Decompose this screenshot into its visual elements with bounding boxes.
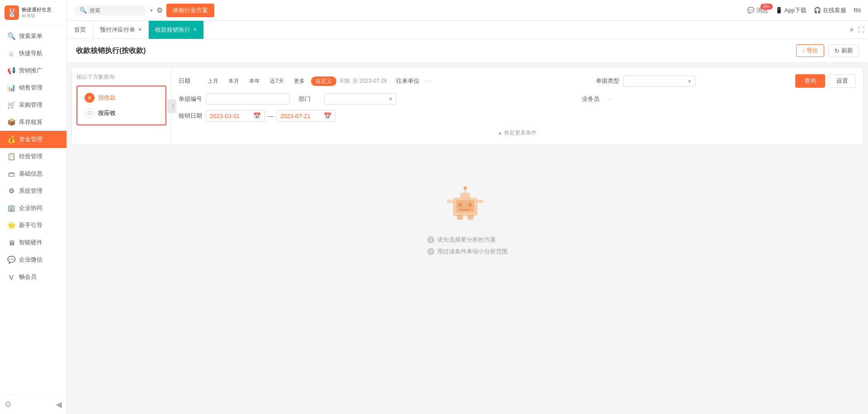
counterparty-select-dots[interactable]: ··· [423,77,432,85]
sidebar-item-guide[interactable]: 🌟 新手引导 [0,217,66,234]
query-option-by-receivable[interactable]: ⏱ 按应收 [81,105,162,121]
calendar-start-icon[interactable]: 📅 [253,112,261,119]
svg-point-2 [459,204,462,207]
topbar-message[interactable]: 💬 消息 99+ [747,6,768,14]
sidebar-item-hardware[interactable]: 🖥 智能硬件 [0,234,66,251]
filter-row-2: 单据编号 部门 ▾ 业务员 ··· [179,93,856,105]
sidebar: 🐰 畅捷通好生意 标准版 🔍 搜索菜单 ⌂ 快捷导航 📢 营销推广 📊 销售管理… [0,0,67,414]
tabbar-actions: ✕ ⛶ [849,26,868,33]
sidebar-item-finance[interactable]: 💰 资金管理 [0,131,66,148]
purchase-icon: 🛒 [7,101,15,109]
topbar-right: 💬 消息 99+ 📱 App下载 🎧 在线客服 Rit [747,6,861,14]
export-button[interactable]: ↑ 导出 [796,44,825,57]
sidebar-item-enterprise[interactable]: 🏢 企业协同 [0,200,66,217]
dept-chevron-icon: ▾ [389,95,392,102]
app-label: App下载 [784,6,807,14]
sidebar-item-search-menu[interactable]: 🔍 搜索菜单 [0,28,66,45]
search-menu-icon: 🔍 [7,32,15,40]
sidebar-item-marketing[interactable]: 📢 营销推广 [0,62,66,79]
enterprise-icon: 🏢 [7,204,15,212]
topbar-search[interactable]: 🔍 [74,5,146,15]
date-label: 日期 [179,77,200,85]
service-icon: 🎧 [814,7,821,14]
topbar-chevron-icon[interactable]: ▾ [150,7,153,14]
tab-close-all-icon[interactable]: ✕ [849,26,854,33]
collapse-more-label: 收起更多条件 [504,129,537,137]
sidebar-label-finance: 资金管理 [19,135,42,143]
collapse-sidebar-icon[interactable]: ◀ [56,400,62,409]
refresh-button[interactable]: ↻ 刷新 [829,44,859,57]
sidebar-label-enterprise: 企业协同 [19,204,42,212]
filter-panel: 日期 上月 本月 本年 近7天 更多 自定义 不限 至 2023-07-26 [171,68,863,145]
app-icon: 📱 [775,7,783,14]
staff-select-dots[interactable]: ··· [607,96,612,102]
filter-row-3: 核销日期 📅 — 📅 [179,110,856,122]
query-button[interactable]: 查询 [795,74,825,88]
sidebar-label-inventory: 库存核算 [19,118,42,126]
reconcile-end-field[interactable] [280,113,321,119]
topbar-app-download[interactable]: 📱 App下载 [775,6,807,14]
voucher-no-input-wrap[interactable] [206,93,290,105]
topbar-gear-icon[interactable]: ⚙ [156,6,163,14]
tab-prepay-reconcile[interactable]: 预付冲应付单 ✕ [94,21,149,39]
reconcile-date-end-input[interactable]: 📅 [276,110,335,122]
svg-rect-9 [477,200,483,203]
svg-rect-5 [460,193,470,199]
date-options-group: 上月 本月 本年 近7天 更多 自定义 不限 至 2023-07-26 [204,76,387,86]
tab-receipt-close-icon[interactable]: ✕ [193,27,197,33]
message-icon: 💬 [747,7,755,14]
service-label: 在线客服 [823,6,846,14]
date-custom[interactable]: 自定义 [311,76,336,86]
svg-rect-11 [467,215,473,220]
reconcile-date-label: 核销日期 [179,112,202,120]
voucher-no-input[interactable] [210,95,286,102]
tab-expand-icon[interactable]: ⛶ [858,26,864,33]
date-this-month[interactable]: 本月 [225,76,243,86]
search-input[interactable] [90,7,135,14]
sidebar-item-operations[interactable]: 📋 经营管理 [0,148,66,165]
sidebar-item-inventory[interactable]: 📦 库存核算 [0,114,66,131]
sidebar-item-member[interactable]: V 畅会员 [0,268,66,286]
tab-receipt-reconcile[interactable]: 收款核销执行 ✕ [149,21,204,39]
dept-select[interactable]: ▾ [324,93,396,105]
topbar-online-service[interactable]: 🎧 在线客服 [814,6,846,14]
hardware-icon: 🖥 [7,239,15,247]
by-receivable-label: 按应收 [98,109,116,117]
voucher-type-select[interactable]: ▾ [623,76,695,87]
main-area: 🔍 ▾ ⚙ 体验行业方案 💬 消息 99+ 📱 App下载 🎧 在线客服 Ri [67,0,868,414]
settings-bottom-icon[interactable]: ⚙ [5,400,12,409]
filter-item-reconcile-date: 核销日期 📅 — 📅 [179,110,335,122]
date-prev-month[interactable]: 上月 [204,76,222,86]
industry-btn[interactable]: 体验行业方案 [166,4,214,17]
tab-prepay-close-icon[interactable]: ✕ [138,27,142,33]
sidebar-item-wechat[interactable]: 💬 企业微信 [0,251,66,268]
svg-rect-4 [459,209,471,210]
date-last-7[interactable]: 近7天 [266,76,288,86]
reconcile-date-start-input[interactable]: 📅 [206,110,265,122]
sidebar-item-quick-nav[interactable]: ⌂ 快捷导航 [0,45,66,62]
panel-collapse-button[interactable]: 《 [167,100,176,113]
sidebar-item-sales[interactable]: 📊 销售管理 [0,79,66,96]
page-header: 收款核销执行(按收款) ↑ 导出 ↻ 刷新 [67,39,868,63]
topbar-user[interactable]: Rit [854,7,861,14]
svg-point-7 [463,186,467,190]
reconcile-start-field[interactable] [210,113,250,119]
sidebar-bottom: ⚙ ◀ [0,395,66,414]
sidebar-label-guide: 新手引导 [19,221,42,229]
svg-point-3 [468,204,472,207]
sidebar-item-basic-info[interactable]: 🗃 基础信息 [0,165,66,182]
empty-tip-1: 1 请先选择要分析的方案 [427,236,508,244]
setting-button[interactable]: 设置 [829,74,856,88]
date-more[interactable]: 更多 [290,76,308,86]
query-panel-title: 按以下方案查询 [76,73,166,81]
sidebar-item-purchase[interactable]: 🛒 采购管理 [0,96,66,114]
tab-home[interactable]: 首页 [67,21,94,39]
quick-nav-icon: ⌂ [7,50,15,57]
collapse-more-btn[interactable]: ▲ 收起更多条件 [179,127,856,138]
query-option-by-receipt[interactable]: ¥ 按收款 [81,90,162,105]
operations-icon: 📋 [7,152,15,161]
tabbar: 首页 预付冲应付单 ✕ 收款核销执行 ✕ ✕ ⛶ [67,21,868,39]
date-this-year[interactable]: 本年 [245,76,264,86]
calendar-end-icon[interactable]: 📅 [324,112,331,119]
sidebar-item-system[interactable]: ⚙ 系统管理 [0,182,66,200]
